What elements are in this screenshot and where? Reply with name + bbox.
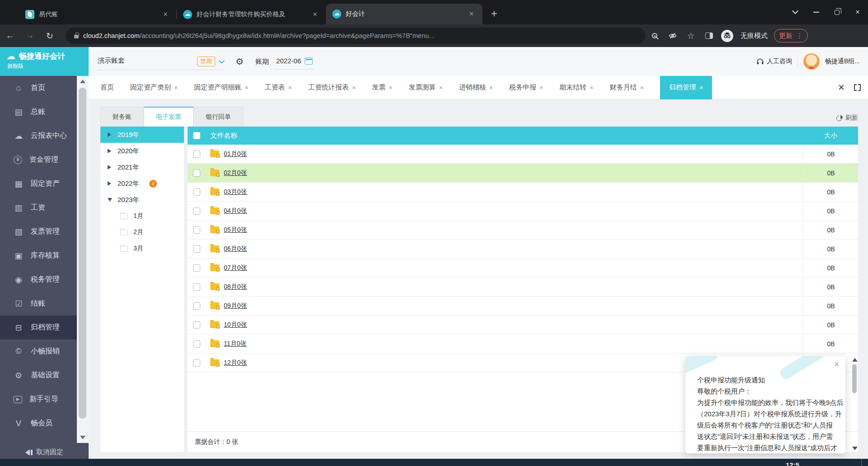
row-checkbox[interactable] bbox=[193, 340, 200, 348]
sidebar-item-inventory[interactable]: ▣库存核算 bbox=[0, 244, 77, 268]
user-name[interactable]: 畅捷通B组... bbox=[825, 57, 860, 66]
scrollbar-thumb[interactable] bbox=[79, 88, 86, 419]
tree-year-2020[interactable]: 2020年 bbox=[100, 143, 184, 159]
side-panel-icon[interactable] bbox=[700, 33, 718, 39]
select-all-checkbox[interactable] bbox=[193, 132, 200, 139]
close-tab-icon[interactable]: × bbox=[311, 10, 320, 19]
scroll-down-icon[interactable] bbox=[80, 436, 85, 439]
browser-tab-haokuaiji-pricing[interactable]: 好会计财务管理软件购买价格及 × bbox=[177, 5, 326, 24]
subtab-e-invoice[interactable]: 电子发票 bbox=[144, 107, 193, 127]
caret-right-icon[interactable] bbox=[108, 181, 111, 186]
sidebar-item-member[interactable]: Ⅴ畅会员 bbox=[0, 411, 77, 435]
sidebar-item-closing[interactable]: ☑结账 bbox=[0, 292, 77, 315]
table-row[interactable]: 10月0张0B bbox=[188, 315, 858, 334]
ws-tab-invoice[interactable]: 发票× bbox=[372, 83, 392, 92]
browser-tab-haokuaiji[interactable]: 好会计 × bbox=[326, 4, 482, 24]
row-checkbox[interactable] bbox=[193, 151, 200, 158]
tree-year-2022[interactable]: 2022年i bbox=[100, 175, 184, 192]
sidebar-item-fixed-assets[interactable]: ▦固定资产 bbox=[0, 172, 77, 196]
table-row[interactable]: 02月0张0B bbox=[188, 164, 858, 183]
close-tab-icon[interactable]: × bbox=[288, 84, 292, 91]
file-link[interactable]: 09月0张 bbox=[224, 302, 247, 310]
close-icon[interactable]: × bbox=[834, 360, 839, 369]
table-row[interactable]: 09月0张0B bbox=[188, 297, 858, 315]
table-row[interactable]: 03月0张0B bbox=[188, 183, 858, 202]
ws-tab-month-close[interactable]: 财务月结× bbox=[610, 83, 644, 92]
file-link[interactable]: 04月0张 bbox=[224, 207, 247, 215]
caret-right-icon[interactable] bbox=[108, 165, 111, 169]
table-row[interactable]: 01月0张0B bbox=[188, 145, 858, 164]
scroll-up-icon[interactable] bbox=[80, 80, 85, 83]
close-tab-icon[interactable]: × bbox=[539, 84, 543, 91]
minimize-button[interactable] bbox=[806, 0, 826, 24]
eye-off-icon[interactable] bbox=[664, 32, 682, 40]
ws-tab-invoice-calc[interactable]: 发票测算× bbox=[409, 83, 443, 92]
ws-tab-period-end[interactable]: 期末结转× bbox=[560, 83, 594, 92]
sidebar-item-payroll[interactable]: ▥工资 bbox=[0, 196, 77, 220]
table-row[interactable]: 07月0张0B bbox=[188, 259, 858, 278]
sidebar-item-guide[interactable]: ▶新手引导 bbox=[0, 387, 77, 411]
sidebar-item-home[interactable]: ⌂首页 bbox=[0, 76, 77, 100]
close-tab-icon[interactable]: × bbox=[699, 84, 703, 91]
reload-icon[interactable]: ↻ bbox=[40, 31, 60, 41]
table-row[interactable]: 11月0张0B bbox=[188, 334, 858, 353]
tree-month-jan[interactable]: 1月 bbox=[100, 208, 184, 224]
row-checkbox[interactable] bbox=[193, 359, 200, 367]
tree-year-2019[interactable]: 2019年 bbox=[100, 127, 184, 143]
row-checkbox[interactable] bbox=[193, 169, 200, 177]
close-tab-icon[interactable]: × bbox=[174, 84, 178, 91]
close-tab-icon[interactable]: × bbox=[389, 84, 392, 91]
file-link[interactable]: 07月0张 bbox=[224, 264, 247, 272]
tree-month-feb[interactable]: 2月 bbox=[100, 224, 184, 240]
back-icon[interactable]: ← bbox=[0, 31, 20, 41]
sidebar-item-invoices[interactable]: ▧发票管理 bbox=[0, 220, 77, 244]
fullscreen-icon[interactable] bbox=[854, 84, 861, 91]
ws-tab-purchase-audit[interactable]: 进销稽核× bbox=[459, 83, 493, 92]
avatar[interactable] bbox=[803, 53, 820, 70]
sidebar-item-expense[interactable]: ©小畅报销 bbox=[0, 339, 77, 363]
scroll-up-icon[interactable] bbox=[852, 358, 858, 362]
close-tab-icon[interactable]: × bbox=[590, 84, 594, 91]
scrollbar-thumb[interactable] bbox=[852, 364, 857, 393]
table-row[interactable]: 05月0张0B bbox=[188, 221, 858, 240]
file-link[interactable]: 01月0张 bbox=[224, 150, 247, 158]
file-link[interactable]: 06月0张 bbox=[224, 245, 247, 253]
sidebar-scrollbar[interactable] bbox=[77, 76, 89, 443]
browser-tab-yidaizhang[interactable]: 易代账 × bbox=[19, 5, 176, 24]
refresh-button[interactable]: 刷新 bbox=[836, 114, 858, 122]
sidebar-item-cloud-reports[interactable]: ☁云报表中心 bbox=[0, 124, 77, 148]
close-tab-icon[interactable]: × bbox=[439, 84, 443, 91]
period-field[interactable]: 2022-06 bbox=[274, 53, 315, 70]
ws-tab-salary-report[interactable]: 工资统计报表× bbox=[308, 83, 356, 92]
info-icon[interactable]: i bbox=[149, 180, 157, 188]
table-row[interactable]: 08月0张0B bbox=[188, 278, 858, 297]
new-tab-button[interactable]: + bbox=[486, 5, 502, 22]
file-link[interactable]: 02月0张 bbox=[224, 169, 247, 177]
caret-right-icon[interactable] bbox=[108, 132, 111, 137]
table-row[interactable]: 04月0张0B bbox=[188, 202, 858, 221]
close-tab-icon[interactable]: × bbox=[161, 10, 170, 19]
caret-down-icon[interactable] bbox=[108, 198, 112, 202]
caret-right-icon[interactable] bbox=[108, 149, 111, 153]
row-checkbox[interactable] bbox=[193, 302, 200, 310]
file-link[interactable]: 03月0张 bbox=[224, 188, 247, 196]
sidebar-item-archive[interactable]: ⊟归档管理 bbox=[0, 315, 77, 339]
row-checkbox[interactable] bbox=[193, 321, 200, 329]
file-link[interactable]: 12月0张 bbox=[224, 359, 247, 367]
row-checkbox[interactable] bbox=[193, 283, 200, 291]
ws-tab-salary-sheet[interactable]: 工资表× bbox=[264, 83, 292, 92]
ws-tab-archive[interactable]: 归档管理× bbox=[660, 76, 712, 99]
sidebar-item-tax[interactable]: ◉税务管理 bbox=[0, 268, 77, 292]
gear-icon[interactable]: ⚙ bbox=[236, 56, 244, 67]
close-all-tabs-icon[interactable]: ✕ bbox=[838, 82, 845, 93]
row-checkbox[interactable] bbox=[193, 207, 200, 215]
ws-tab-tax-filing[interactable]: 税务申报× bbox=[509, 83, 543, 92]
close-tab-icon[interactable]: × bbox=[245, 84, 248, 91]
close-window-button[interactable]: × bbox=[847, 0, 868, 24]
support-link[interactable]: 人工咨询 bbox=[756, 57, 792, 66]
zoom-icon[interactable] bbox=[646, 33, 664, 38]
tab-search-icon[interactable] bbox=[785, 0, 806, 24]
row-checkbox[interactable] bbox=[193, 264, 200, 272]
address-bar[interactable]: cloud2.chanjet.com/accounting/uh26t264j5… bbox=[66, 28, 646, 44]
scroll-down-icon[interactable] bbox=[852, 447, 858, 450]
